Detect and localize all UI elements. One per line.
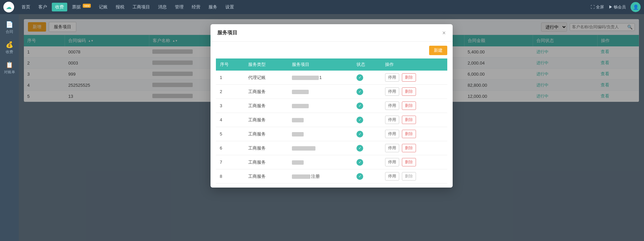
nav-business[interactable]: 工商项目 (129, 3, 153, 11)
stop-button[interactable]: 停用 (385, 144, 399, 152)
nav-tax[interactable]: 报税 (112, 3, 128, 11)
status-check-icon: ✓ (356, 117, 363, 123)
nav-customer[interactable]: 客户 (35, 3, 50, 11)
modal-col-status: 状态 (352, 58, 381, 71)
modal-toolbar: 新建 (216, 46, 447, 55)
modal-new-button[interactable]: 新建 (429, 46, 447, 55)
modal-cell-seq: 2 (216, 85, 244, 99)
modal-cell-actions: 停用 删除 (381, 99, 447, 113)
statement-icon: 📋 (6, 61, 13, 69)
nav-settings[interactable]: 设置 (222, 3, 237, 11)
fullscreen-button[interactable]: ⛶ 全屏 (591, 4, 604, 10)
stop-button[interactable]: 停用 (385, 87, 399, 96)
modal-cell-project (288, 113, 352, 127)
nav-service[interactable]: 服务 (205, 3, 221, 11)
modal-cell-status: ✓ (352, 127, 381, 141)
top-navigation: ☁ 首页 客户 收费 票据 new 记账 报税 工商项目 消息 管理 经营 服务… (0, 0, 644, 14)
modal-cell-status: ✓ (352, 99, 381, 113)
contract-icon: 📄 (6, 21, 13, 28)
app-logo: ☁ (3, 2, 14, 12)
status-check-icon: ✓ (356, 173, 363, 180)
stop-button[interactable]: 停用 (385, 172, 399, 180)
stop-button[interactable]: 停用 (385, 130, 399, 138)
delete-button[interactable]: 删除 (402, 87, 416, 96)
modal-cell-project: 注册 (288, 169, 352, 184)
sidebar-item-billing[interactable]: 💰 收费 (0, 38, 19, 58)
modal-cell-actions: 停用 删除 (381, 141, 447, 155)
sidebar-item-contract[interactable]: 📄 合同 (0, 17, 19, 38)
modal-col-seq: 序号 (216, 58, 244, 71)
delete-button[interactable]: 删除 (402, 144, 416, 152)
modal-cell-seq: 1 (216, 71, 244, 85)
nav-management[interactable]: 管理 (172, 3, 187, 11)
list-item: 4 工商服务 ✓ 停用 删除 (216, 113, 447, 127)
sidebar-label-contract: 合同 (6, 29, 13, 34)
nav-home[interactable]: 首页 (18, 3, 34, 11)
nav-right-controls: ⛶ 全屏 ▶ 畅会员 👤 (591, 2, 641, 12)
modal-cell-status: ✓ (352, 169, 381, 184)
modal-cell-actions: 停用 删除 (381, 155, 447, 169)
sidebar-item-statement[interactable]: 📋 对账单 (0, 58, 19, 78)
modal-cell-status: ✓ (352, 141, 381, 155)
service-items-table: 序号 服务类型 服务项目 状态 操作 1 代理记账 1 (216, 58, 447, 184)
modal-col-type: 服务类型 (244, 58, 288, 71)
modal-cell-seq: 4 (216, 113, 244, 127)
stop-button[interactable]: 停用 (385, 116, 399, 124)
delete-button[interactable]: 删除 (402, 130, 416, 138)
service-items-modal: 服务项目 × 新建 序号 服务类型 服务项目 (211, 24, 453, 188)
modal-header: 服务项目 × (211, 24, 453, 42)
list-item: 3 工商服务 ✓ 停用 删除 (216, 99, 447, 113)
modal-cell-status: ✓ (352, 155, 381, 169)
modal-cell-type: 工商服务 (244, 127, 288, 141)
main-layout: 📄 合同 💰 收费 📋 对账单 新增 服务项目 进行中 已结束 全部 (0, 14, 644, 241)
new-badge: new (83, 4, 91, 8)
status-check-icon: ✓ (356, 74, 363, 81)
modal-cell-project (288, 141, 352, 155)
sidebar: 📄 合同 💰 收费 📋 对账单 (0, 14, 19, 241)
nav-operation[interactable]: 经营 (188, 3, 204, 11)
delete-button[interactable]: 删除 (402, 172, 416, 180)
list-item: 2 工商服务 ✓ 停用 删除 (216, 85, 447, 99)
modal-cell-seq: 3 (216, 99, 244, 113)
stop-button[interactable]: 停用 (385, 158, 399, 166)
modal-cell-actions: 停用 删除 (381, 169, 447, 184)
modal-cell-type: 代理记账 (244, 71, 288, 85)
modal-cell-seq: 5 (216, 127, 244, 141)
modal-cell-type: 工商服务 (244, 85, 288, 99)
modal-cell-status: ✓ (352, 71, 381, 85)
sidebar-label-billing: 收费 (6, 49, 13, 54)
modal-cell-project (288, 127, 352, 141)
modal-close-button[interactable]: × (442, 30, 446, 36)
modal-cell-project (288, 99, 352, 113)
list-item: 7 工商服务 ✓ 停用 删除 (216, 155, 447, 169)
delete-button[interactable]: 删除 (402, 158, 416, 166)
user-avatar[interactable]: 👤 (631, 2, 641, 12)
modal-cell-seq: 7 (216, 155, 244, 169)
content-area: 新增 服务项目 进行中 已结束 全部 🔍 (19, 14, 644, 241)
billing-icon: 💰 (6, 41, 13, 48)
modal-col-project: 服务项目 (288, 58, 352, 71)
delete-button[interactable]: 删除 (402, 73, 416, 82)
modal-overlay: 服务项目 × 新建 序号 服务类型 服务项目 (19, 14, 644, 241)
list-item: 8 工商服务 注册 ✓ 停用 删除 (216, 169, 447, 184)
modal-cell-status: ✓ (352, 113, 381, 127)
member-button[interactable]: ▶ 畅会员 (609, 4, 626, 10)
modal-title: 服务项目 (217, 30, 237, 36)
delete-button[interactable]: 删除 (402, 116, 416, 124)
nav-invoice[interactable]: 票据 new (69, 3, 94, 11)
modal-cell-project (288, 85, 352, 99)
modal-cell-type: 工商服务 (244, 99, 288, 113)
stop-button[interactable]: 停用 (385, 73, 399, 82)
nav-bookkeeping[interactable]: 记账 (96, 3, 111, 11)
nav-billing[interactable]: 收费 (52, 3, 67, 11)
modal-col-action: 操作 (381, 58, 447, 71)
status-check-icon: ✓ (356, 103, 363, 109)
status-check-icon: ✓ (356, 88, 363, 95)
modal-cell-type: 工商服务 (244, 113, 288, 127)
delete-button[interactable]: 删除 (402, 102, 416, 110)
stop-button[interactable]: 停用 (385, 102, 399, 110)
modal-cell-actions: 停用 删除 (381, 85, 447, 99)
modal-cell-type: 工商服务 (244, 169, 288, 184)
nav-message[interactable]: 消息 (155, 3, 170, 11)
status-check-icon: ✓ (356, 159, 363, 166)
